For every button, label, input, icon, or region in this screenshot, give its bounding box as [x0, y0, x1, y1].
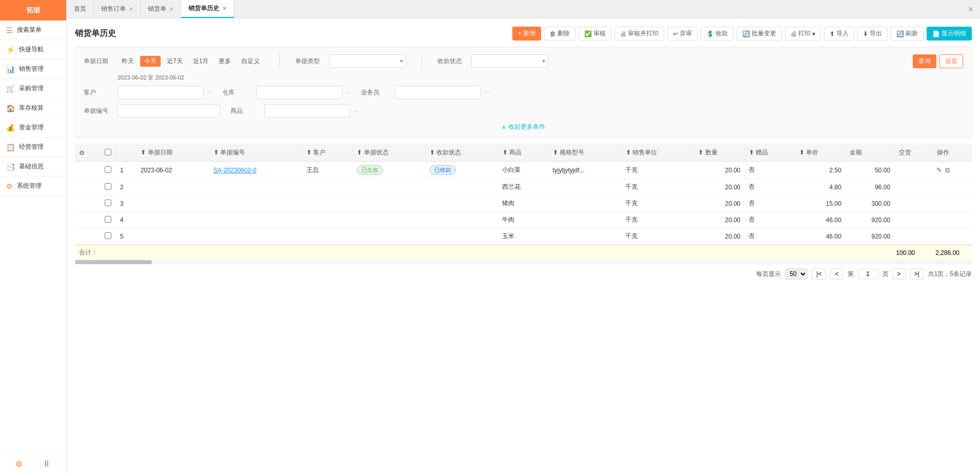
customer-input[interactable] — [118, 86, 204, 99]
cell-checkbox — [101, 195, 116, 212]
doc-type-select[interactable] — [329, 54, 406, 68]
th-collect-status-label: ⬆ 收款状态 — [430, 149, 461, 156]
delete-button[interactable]: 🗑 删除 — [544, 27, 575, 41]
th-qty[interactable]: ⬆ 数量 — [694, 144, 744, 162]
sidebar-item-finance-mgmt[interactable]: 💰 资金管理 — [0, 118, 66, 137]
th-doc-no[interactable]: ⬆ 单据编号 — [209, 144, 302, 162]
goods-input[interactable] — [264, 104, 351, 117]
settings-bottom-icon[interactable]: ⚙ — [15, 459, 23, 469]
th-amount: 金额 — [846, 144, 894, 162]
th-price[interactable]: ⬆ 单价 — [795, 144, 846, 162]
salesperson-input[interactable] — [395, 86, 481, 99]
date-tag-yesterday[interactable]: 昨天 — [118, 56, 138, 67]
doc-no-link[interactable]: SA-20230602-0 — [213, 167, 256, 174]
audit-print-button[interactable]: 🖨 审核并打印 — [614, 27, 664, 41]
cell-unit: 千克 — [621, 195, 694, 212]
tab-sales-order-close[interactable]: ✕ — [129, 6, 133, 12]
summary-total-qty: 100.00 — [896, 249, 915, 256]
table-row: 3猪肉千克20.00否15.00300.00 — [75, 195, 972, 212]
page-number-input[interactable] — [858, 269, 878, 279]
date-tag-more[interactable]: 更多 — [215, 56, 235, 67]
date-tag-7days[interactable]: 近7天 — [163, 56, 187, 67]
th-doc-status[interactable]: ⬆ 单据状态 — [353, 144, 426, 162]
sidebar-item-base-info[interactable]: 📑 基础信息 — [0, 157, 66, 176]
import-icon: ⬆ — [830, 30, 835, 37]
date-tag-today[interactable]: 今天 — [140, 56, 161, 67]
edit-action-icon[interactable]: ✎ — [936, 166, 942, 174]
th-unit[interactable]: ⬆ 销售单位 — [621, 144, 694, 162]
purchase-icon: 🛒 — [6, 85, 15, 93]
sidebar-item-sys-mgmt[interactable]: ⚙ 系统管理 — [0, 176, 66, 196]
warehouse-ellipsis[interactable]: ··· — [345, 89, 351, 96]
sidebar-item-purchase-mgmt[interactable]: 🛒 采购管理 — [0, 79, 66, 98]
th-spec[interactable]: ⬆ 规格型号 — [549, 144, 622, 162]
warehouse-input[interactable] — [256, 86, 342, 99]
summary-total-amount: 2,286.00 — [935, 249, 959, 256]
per-page-select[interactable]: 50 — [785, 268, 808, 280]
audit-button[interactable]: ✅ 审核 — [579, 27, 611, 41]
th-settings[interactable]: ⚙ — [75, 144, 101, 162]
discard-icon: ↩ — [673, 30, 678, 37]
sidebar-item-search-menu[interactable]: ☰ 搜索菜单 — [0, 21, 66, 40]
sidebar-item-inventory-calc[interactable]: 🏠 库存核算 — [0, 98, 66, 118]
cell-settings — [75, 162, 101, 179]
th-collect-status[interactable]: ⬆ 收款状态 — [426, 144, 498, 162]
table-scrollbar[interactable] — [75, 260, 972, 264]
tab-sales-history-label: 销货单历史 — [188, 4, 219, 13]
cell-price: 4.80 — [795, 179, 846, 195]
batch-change-button[interactable]: 🔄 批量变更 — [737, 27, 782, 41]
collect-status-select[interactable] — [471, 54, 548, 68]
row-checkbox[interactable] — [105, 183, 111, 190]
cell-actions — [932, 228, 971, 245]
cell-settings — [75, 179, 101, 195]
tab-sales-delivery[interactable]: 销货单 ✕ — [141, 0, 181, 18]
sidebar-item-label-search: 搜索菜单 — [17, 26, 42, 34]
query-button[interactable]: 查询 — [913, 54, 936, 68]
settings-filter-button[interactable]: 设置 — [939, 54, 963, 68]
tab-sales-history[interactable]: 销货单历史 ✕ — [181, 0, 234, 18]
collect-button[interactable]: 💲 收款 — [701, 27, 734, 41]
display-detail-button[interactable]: 📄 显示明细 — [927, 27, 972, 41]
sidebar-item-ops-mgmt[interactable]: 📋 经营管理 — [0, 137, 66, 157]
next-page-button[interactable]: > — [893, 268, 906, 280]
first-page-button[interactable]: |< — [812, 268, 826, 280]
th-goods[interactable]: ⬆ 商品 — [498, 144, 548, 162]
row-checkbox[interactable] — [105, 232, 111, 239]
row-checkbox[interactable] — [105, 216, 111, 223]
tab-home[interactable]: 首页 — [67, 0, 94, 18]
goods-ellipsis[interactable]: ··· — [354, 107, 359, 114]
sidebar-item-sales-mgmt[interactable]: 📊 销售管理 — [0, 60, 66, 79]
import-button[interactable]: ⬆ 导入 — [824, 27, 854, 41]
tab-sales-history-close[interactable]: ✕ — [222, 6, 226, 11]
select-all-checkbox[interactable] — [105, 149, 111, 155]
discard-button[interactable]: ↩ 弃审 — [667, 27, 698, 41]
row-checkbox[interactable] — [105, 200, 111, 206]
row-checkbox[interactable] — [105, 166, 111, 173]
pause-bottom-icon[interactable]: ⏸ — [43, 459, 51, 469]
collapse-button[interactable]: ∧ 收起更多条件 — [84, 123, 963, 131]
tab-sales-order[interactable]: 销售订单 ✕ — [94, 0, 141, 18]
doc-no-input[interactable] — [118, 104, 220, 117]
cell-settings — [75, 195, 101, 212]
refresh-icon: 🔃 — [896, 30, 904, 37]
date-tag-1month[interactable]: 近1月 — [189, 56, 213, 67]
th-gift[interactable]: ⬆ 赠品 — [744, 144, 795, 162]
print-button[interactable]: 🖨 打印 ▾ — [785, 27, 821, 41]
salesperson-ellipsis[interactable]: ··· — [484, 89, 489, 96]
export-button[interactable]: ⬇ 导出 — [857, 27, 888, 41]
date-tag-custom[interactable]: 自定义 — [237, 56, 264, 67]
new-button[interactable]: + 新增 — [512, 27, 541, 41]
th-customer[interactable]: ⬆ 客户 — [302, 144, 353, 162]
delete-icon: 🗑 — [550, 30, 556, 37]
copy-action-icon[interactable]: ⧉ — [945, 166, 950, 174]
tab-sales-delivery-close[interactable]: ✕ — [169, 6, 174, 12]
th-doc-date[interactable]: ⬆ 单据日期 — [137, 144, 209, 162]
last-page-button[interactable]: >| — [910, 268, 924, 280]
refresh-button[interactable]: 🔃 刷新 — [891, 27, 924, 41]
customer-ellipsis[interactable]: ··· — [207, 89, 212, 96]
sidebar-item-quick-nav[interactable]: ⚡ 快捷导航 — [0, 40, 66, 60]
prev-page-button[interactable]: < — [830, 268, 843, 280]
filter-doc-type: 单据类型 — [295, 54, 406, 68]
tab-bar-close-all[interactable]: ✕ — [962, 5, 980, 13]
sidebar-logo: 拓据 — [0, 0, 66, 21]
